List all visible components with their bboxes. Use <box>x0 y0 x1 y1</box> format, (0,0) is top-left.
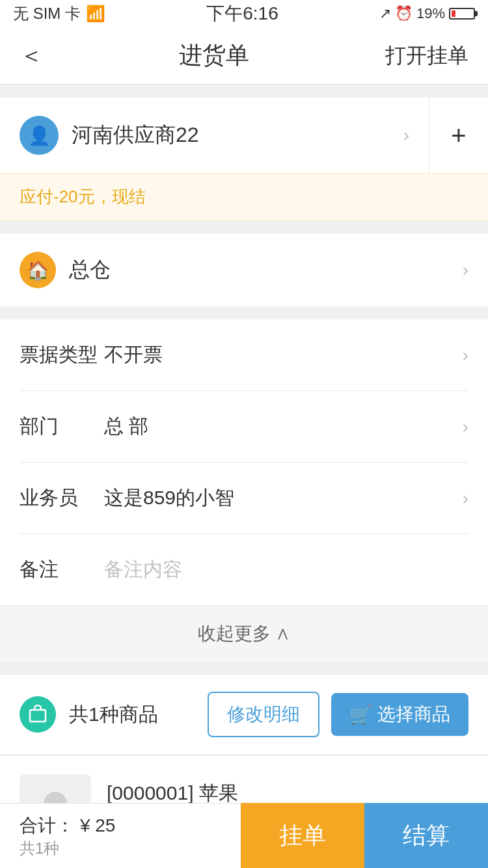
warehouse-selector[interactable]: 🏠 总仓 › <box>0 234 488 306</box>
location-icon: ↗ <box>379 5 391 22</box>
form-section: 票据类型 不开票 › 部门 总 部 › 业务员 这是859的小智 › 备注 备注… <box>0 319 488 605</box>
battery-icon <box>449 8 475 20</box>
chevron-right-icon-5: › <box>463 488 468 509</box>
product-count: 共1种商品 <box>69 701 208 728</box>
status-time: 下午6:16 <box>206 1 278 26</box>
warehouse-name: 总仓 <box>69 256 456 284</box>
salesman-row[interactable]: 业务员 这是859的小智 › <box>0 463 488 534</box>
product-code: [0000001] 苹果 <box>107 782 238 804</box>
separator-4 <box>0 662 488 675</box>
remark-label: 备注 <box>20 556 104 583</box>
total-section: 合计： ¥ 25 共1种 <box>0 803 241 868</box>
department-row[interactable]: 部门 总 部 › <box>0 391 488 462</box>
product-header: 共1种商品 修改明细 🛒 选择商品 <box>0 675 488 755</box>
open-pending-button[interactable]: 打开挂单 <box>385 42 468 70</box>
supplier-name: 河南供应商22 <box>72 121 397 150</box>
status-right: ↗ ⏰ 19% <box>379 5 475 22</box>
remark-input[interactable]: 备注内容 <box>104 556 468 583</box>
supplier-avatar: 👤 <box>20 116 59 155</box>
checkout-button[interactable]: 结算 <box>364 803 488 868</box>
product-icon <box>20 696 56 733</box>
salesman-label: 业务员 <box>20 485 104 511</box>
cart-icon: 🛒 <box>349 704 372 726</box>
department-label: 部门 <box>20 413 104 440</box>
modify-detail-button[interactable]: 修改明细 <box>208 692 319 737</box>
battery-percent: 19% <box>416 5 445 22</box>
wifi-icon: 📶 <box>86 5 105 23</box>
page-title: 进货单 <box>179 40 249 72</box>
separator-1 <box>0 85 488 98</box>
status-carrier: 无 SIM 卡 📶 <box>13 3 105 24</box>
invoice-value: 不开票 <box>104 342 456 368</box>
svg-rect-0 <box>30 710 46 722</box>
total-amount: 合计： ¥ 25 <box>20 813 221 838</box>
chevron-right-icon: › <box>403 125 409 146</box>
invoice-type-row[interactable]: 票据类型 不开票 › <box>0 319 488 390</box>
supplier-selector[interactable]: 👤 河南供应商22 › <box>0 98 429 173</box>
department-value: 总 部 <box>104 413 456 440</box>
supplier-section: 👤 河南供应商22 › + <box>0 98 488 173</box>
notice-banner: 应付-20元，现结 <box>0 173 488 221</box>
select-product-button[interactable]: 🛒 选择商品 <box>331 693 468 736</box>
total-count: 共1种 <box>20 838 221 859</box>
collapse-button[interactable]: 收起更多 ∧ <box>0 605 488 662</box>
suspend-button[interactable]: 挂单 <box>241 803 364 868</box>
separator-3 <box>0 306 488 319</box>
back-button[interactable]: ＜ <box>20 40 43 72</box>
salesman-value: 这是859的小智 <box>104 485 456 511</box>
status-bar: 无 SIM 卡 📶 下午6:16 ↗ ⏰ 19% <box>0 0 488 27</box>
warehouse-icon: 🏠 <box>20 252 56 288</box>
chevron-right-icon-3: › <box>463 345 468 366</box>
separator-2 <box>0 221 488 234</box>
add-supplier-button[interactable]: + <box>429 98 488 173</box>
person-icon: 👤 <box>28 125 51 146</box>
alarm-icon: ⏰ <box>395 5 413 22</box>
chevron-right-icon-2: › <box>463 260 468 280</box>
nav-bar: ＜ 进货单 打开挂单 <box>0 27 488 85</box>
invoice-label: 票据类型 <box>20 342 104 368</box>
remark-row[interactable]: 备注 备注内容 <box>0 534 488 605</box>
chevron-right-icon-4: › <box>463 416 468 437</box>
bottom-bar: 合计： ¥ 25 共1种 挂单 结算 <box>0 803 488 868</box>
